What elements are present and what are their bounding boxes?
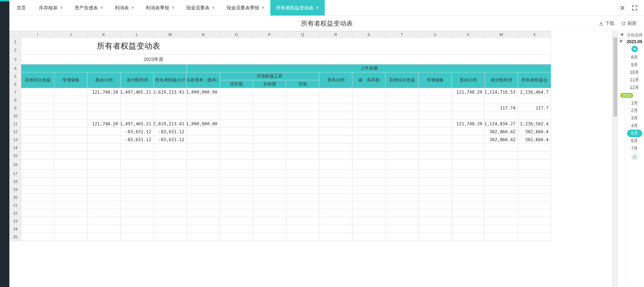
cell[interactable]: [121, 112, 154, 120]
cell[interactable]: [319, 152, 352, 160]
cell[interactable]: [386, 88, 419, 96]
cell[interactable]: [419, 201, 452, 209]
cell[interactable]: [220, 88, 253, 96]
cell[interactable]: [121, 217, 154, 225]
cell[interactable]: [518, 209, 551, 217]
cell[interactable]: [121, 201, 154, 209]
cell[interactable]: J: [54, 31, 87, 38]
cell[interactable]: [386, 152, 419, 160]
cell[interactable]: 实收资本（股本）: [187, 72, 220, 88]
cell[interactable]: [419, 217, 452, 225]
cell[interactable]: 9: [10, 104, 21, 112]
cell[interactable]: [253, 225, 286, 233]
cell[interactable]: [154, 152, 187, 160]
cell[interactable]: [352, 104, 386, 112]
cell[interactable]: [286, 193, 319, 201]
cell[interactable]: [21, 120, 54, 128]
cell[interactable]: [319, 144, 352, 152]
cell[interactable]: [187, 112, 220, 120]
month-option[interactable]: 11月: [627, 76, 642, 84]
cell[interactable]: [121, 104, 154, 112]
cell[interactable]: [21, 178, 54, 185]
cell[interactable]: [220, 128, 253, 136]
cell[interactable]: [286, 170, 319, 178]
cell[interactable]: [518, 144, 551, 152]
scroll-down-icon[interactable]: [631, 154, 638, 160]
cell[interactable]: [154, 160, 187, 170]
cell[interactable]: [319, 193, 352, 201]
cell[interactable]: [220, 233, 253, 241]
cell[interactable]: [253, 170, 286, 178]
cell[interactable]: [253, 96, 286, 104]
cell[interactable]: 盈余公积: [87, 72, 121, 88]
cell[interactable]: M: [154, 31, 187, 38]
cell[interactable]: [352, 201, 386, 209]
cell[interactable]: 所有者权益合: [518, 72, 551, 88]
cell[interactable]: [21, 170, 54, 178]
cell[interactable]: [87, 96, 121, 104]
cell[interactable]: [187, 217, 220, 225]
cell[interactable]: [386, 104, 419, 112]
cell[interactable]: [518, 185, 551, 193]
cell[interactable]: 1,497,465.21: [121, 120, 154, 128]
cell[interactable]: [419, 112, 452, 120]
month-option[interactable]: 2月: [627, 107, 642, 115]
month-option[interactable]: 4月: [627, 122, 642, 130]
cell[interactable]: [319, 128, 352, 136]
cell[interactable]: [220, 112, 253, 120]
cell[interactable]: [87, 144, 121, 152]
month-option[interactable]: 3月: [627, 115, 642, 122]
tab-income[interactable]: 利润表 ✕: [109, 0, 140, 15]
cell[interactable]: [187, 152, 220, 160]
cell[interactable]: 永续债: [253, 80, 286, 88]
cell[interactable]: [286, 217, 319, 225]
cell[interactable]: 专项储备: [419, 72, 452, 88]
cell[interactable]: [352, 128, 386, 136]
cell[interactable]: [154, 112, 187, 120]
cell[interactable]: [485, 193, 518, 201]
cell[interactable]: 资本公积: [319, 72, 352, 88]
cell[interactable]: 5: [10, 72, 21, 80]
cell[interactable]: [154, 185, 187, 193]
cell[interactable]: 2,619,213.41: [154, 88, 187, 96]
cell[interactable]: [220, 120, 253, 128]
cell[interactable]: [352, 112, 386, 120]
cell[interactable]: [352, 152, 386, 160]
close-icon[interactable]: ✕: [261, 5, 265, 10]
cell[interactable]: [220, 160, 253, 170]
cell[interactable]: [419, 88, 452, 96]
cell[interactable]: [121, 185, 154, 193]
cell[interactable]: [386, 120, 419, 128]
cell[interactable]: 1,000,000.00: [187, 120, 220, 128]
cell[interactable]: [87, 170, 121, 178]
cell[interactable]: [386, 217, 419, 225]
cell[interactable]: [452, 233, 485, 241]
cell[interactable]: [54, 233, 87, 241]
cell[interactable]: [21, 233, 54, 241]
cell[interactable]: [54, 209, 87, 217]
cell[interactable]: [253, 136, 286, 144]
cell[interactable]: [253, 209, 286, 217]
cell[interactable]: 2,619,213.41: [154, 120, 187, 128]
cell[interactable]: [21, 201, 54, 209]
cell[interactable]: [87, 112, 121, 120]
cell[interactable]: [286, 136, 319, 144]
scrollbar-thumb[interactable]: [613, 37, 617, 117]
cell[interactable]: [352, 217, 386, 225]
cell[interactable]: [87, 233, 121, 241]
cell[interactable]: [220, 217, 253, 225]
cell[interactable]: U: [419, 31, 452, 38]
cell[interactable]: [485, 112, 518, 120]
cell[interactable]: [286, 120, 319, 128]
cell[interactable]: [518, 96, 551, 104]
cell[interactable]: [87, 217, 121, 225]
cell[interactable]: [419, 144, 452, 152]
tab-cashflow-q[interactable]: 现金流量表季报 ✕: [221, 0, 270, 15]
cell[interactable]: [352, 170, 386, 178]
cell[interactable]: [386, 128, 419, 136]
cell[interactable]: [187, 136, 220, 144]
cell[interactable]: N: [187, 31, 220, 38]
cell[interactable]: [419, 170, 452, 178]
cell[interactable]: [253, 144, 286, 152]
cell[interactable]: [319, 233, 352, 241]
